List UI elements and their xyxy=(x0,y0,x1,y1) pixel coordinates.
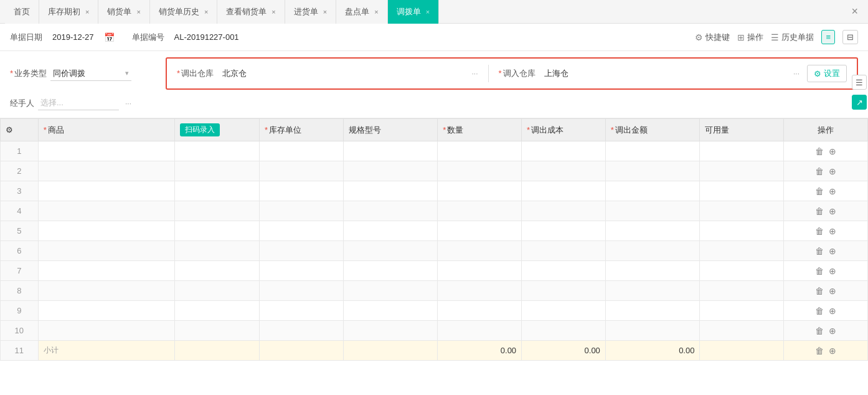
row-spec[interactable] xyxy=(343,241,438,261)
transfer-out-more[interactable]: ··· xyxy=(471,69,478,78)
row-cost[interactable] xyxy=(522,221,606,241)
row-copy-icon[interactable]: ⊕ xyxy=(829,326,836,336)
tab-transfer-close[interactable]: × xyxy=(426,8,430,16)
scan-button[interactable]: 扫码录入 xyxy=(180,123,220,136)
row-delete-icon[interactable]: 🗑 xyxy=(815,326,824,336)
row-amount[interactable] xyxy=(605,241,700,261)
row-cost[interactable] xyxy=(522,321,606,341)
row-qty[interactable] xyxy=(438,241,522,261)
row-spec[interactable] xyxy=(343,261,438,281)
tab-inventory-close[interactable]: × xyxy=(374,8,378,16)
row-amount[interactable] xyxy=(605,161,700,181)
row-copy-icon[interactable]: ⊕ xyxy=(829,186,836,196)
row-unit[interactable] xyxy=(260,301,344,321)
tab-purchase-close[interactable]: × xyxy=(323,8,327,16)
tab-view-sales-close[interactable]: × xyxy=(271,8,275,16)
right-panel-list-btn[interactable]: ☰ xyxy=(852,75,867,90)
row-cost[interactable] xyxy=(522,141,606,161)
row-spec[interactable] xyxy=(343,181,438,201)
row-amount[interactable] xyxy=(605,201,700,221)
row-product[interactable] xyxy=(38,261,174,281)
row-unit[interactable] xyxy=(260,201,344,221)
row-qty[interactable] xyxy=(438,301,522,321)
row-spec[interactable] xyxy=(343,221,438,241)
settings-button[interactable]: ⚙ 设置 xyxy=(807,65,847,82)
row-amount[interactable] xyxy=(605,321,700,341)
row-cost[interactable] xyxy=(522,281,606,301)
row-delete-icon[interactable]: 🗑 xyxy=(815,146,824,156)
tab-sales[interactable]: 销货单 × xyxy=(98,0,149,24)
row-cost[interactable] xyxy=(522,161,606,181)
grid-view-button[interactable]: ≡ xyxy=(821,30,835,44)
row-qty[interactable] xyxy=(438,201,522,221)
col-gear[interactable]: ⚙ xyxy=(1,119,39,141)
row-product[interactable] xyxy=(38,201,174,221)
tab-inventory-init-close[interactable]: × xyxy=(85,8,89,16)
row-unit[interactable] xyxy=(260,141,344,161)
window-close-button[interactable]: × xyxy=(846,5,863,18)
row-copy-icon[interactable]: ⊕ xyxy=(829,346,836,356)
row-cost[interactable] xyxy=(522,261,606,281)
tab-sales-history-close[interactable]: × xyxy=(204,8,208,16)
row-unit[interactable] xyxy=(260,221,344,241)
row-qty[interactable] xyxy=(438,161,522,181)
row-amount[interactable] xyxy=(605,281,700,301)
row-delete-icon[interactable]: 🗑 xyxy=(815,226,824,236)
row-qty[interactable] xyxy=(438,321,522,341)
row-spec[interactable] xyxy=(343,161,438,181)
row-amount[interactable] xyxy=(605,301,700,321)
row-spec[interactable] xyxy=(343,301,438,321)
row-product[interactable] xyxy=(38,321,174,341)
row-unit[interactable] xyxy=(260,181,344,201)
tab-inventory[interactable]: 盘点单 × xyxy=(336,0,387,24)
row-product[interactable] xyxy=(38,221,174,241)
row-delete-icon[interactable]: 🗑 xyxy=(815,286,824,296)
tab-home[interactable]: 首页 xyxy=(5,0,39,24)
calendar-icon[interactable]: 📅 xyxy=(104,32,115,42)
row-delete-icon[interactable]: 🗑 xyxy=(815,346,824,356)
row-amount[interactable] xyxy=(605,181,700,201)
history-button[interactable]: ☰ 历史单据 xyxy=(771,32,814,43)
row-amount[interactable] xyxy=(605,221,700,241)
row-delete-icon[interactable]: 🗑 xyxy=(815,186,824,196)
row-copy-icon[interactable]: ⊕ xyxy=(829,306,836,316)
row-delete-icon[interactable]: 🗑 xyxy=(815,306,824,316)
row-cost[interactable] xyxy=(522,201,606,221)
row-qty[interactable] xyxy=(438,141,522,161)
tab-sales-history[interactable]: 销货单历史 × xyxy=(150,0,217,24)
tab-purchase[interactable]: 进货单 × xyxy=(285,0,336,24)
row-copy-icon[interactable]: ⊕ xyxy=(829,226,836,236)
row-copy-icon[interactable]: ⊕ xyxy=(829,206,836,216)
row-copy-icon[interactable]: ⊕ xyxy=(829,286,836,296)
row-product[interactable] xyxy=(38,301,174,321)
row-qty[interactable] xyxy=(438,181,522,201)
row-unit[interactable] xyxy=(260,321,344,341)
business-type-input[interactable]: 同价调拨 ▾ xyxy=(50,67,131,81)
tab-inventory-init[interactable]: 库存期初 × xyxy=(39,0,98,24)
operation-button[interactable]: ⊞ 操作 xyxy=(737,32,763,43)
row-spec[interactable] xyxy=(343,141,438,161)
tab-transfer[interactable]: 调拨单 × xyxy=(388,0,439,24)
row-unit[interactable] xyxy=(260,241,344,261)
row-product[interactable] xyxy=(38,141,174,161)
row-copy-icon[interactable]: ⊕ xyxy=(829,266,836,276)
row-product[interactable] xyxy=(38,161,174,181)
row-delete-icon[interactable]: 🗑 xyxy=(815,206,824,216)
row-amount[interactable] xyxy=(605,141,700,161)
row-spec[interactable] xyxy=(343,281,438,301)
row-delete-icon[interactable]: 🗑 xyxy=(815,166,824,176)
list-view-button[interactable]: ⊟ xyxy=(842,30,858,44)
row-copy-icon[interactable]: ⊕ xyxy=(829,146,836,156)
row-unit[interactable] xyxy=(260,161,344,181)
row-product[interactable] xyxy=(38,241,174,261)
row-qty[interactable] xyxy=(438,221,522,241)
tab-sales-close[interactable]: × xyxy=(136,8,140,16)
row-qty[interactable] xyxy=(438,261,522,281)
row-qty[interactable] xyxy=(438,281,522,301)
row-unit[interactable] xyxy=(260,281,344,301)
row-unit[interactable] xyxy=(260,261,344,281)
row-amount[interactable] xyxy=(605,261,700,281)
tab-view-sales[interactable]: 查看销货单 × xyxy=(217,0,285,24)
row-spec[interactable] xyxy=(343,321,438,341)
row-cost[interactable] xyxy=(522,181,606,201)
